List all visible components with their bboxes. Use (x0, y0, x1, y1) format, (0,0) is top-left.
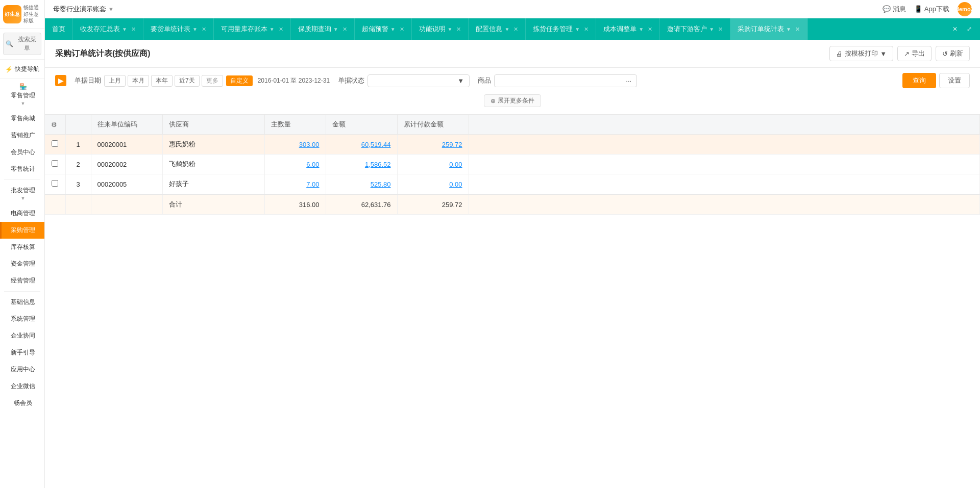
row-check-2[interactable] (45, 174, 65, 195)
row-amount-1[interactable]: 1,586.52 (326, 155, 397, 174)
footer-check-cell (45, 194, 65, 215)
row-qty-0[interactable]: 303.00 (264, 135, 326, 155)
sidebar-item-system-mgmt[interactable]: 系统管理 (0, 311, 44, 327)
date-shortcut-last-month[interactable]: 上月 (104, 75, 126, 87)
nav-tab-close-4[interactable]: ✕ (342, 26, 347, 33)
search-menu-button[interactable]: 🔍 搜索菜单 (3, 33, 41, 55)
sidebar: 好生意 畅捷通好生意 标版 🔍 搜索菜单 ⚡ 快捷导航 🏪 零售管理 ▼ 零售商… (0, 0, 45, 488)
date-shortcut-more[interactable]: 更多 (202, 75, 223, 87)
sidebar-item-retail-mall[interactable]: 零售商城 (0, 110, 44, 127)
row-extra-2 (469, 174, 980, 195)
row-qty-2[interactable]: 7.00 (264, 174, 326, 195)
user-avatar[interactable]: demo2 (958, 2, 972, 16)
nav-expand-button[interactable]: ⤢ (963, 23, 976, 35)
nav-tab-arrow-2: ▼ (192, 27, 198, 32)
nav-tab-close-10[interactable]: ✕ (718, 26, 723, 33)
row-paid-2[interactable]: 0.00 (397, 174, 469, 195)
print-button[interactable]: 🖨 按模板打印 ▼ (829, 46, 893, 61)
sidebar-item-retail-mgmt[interactable]: 🏪 零售管理 ▼ (0, 79, 44, 110)
date-range-text: 2016-01-01 至 2023-12-31 (258, 76, 330, 85)
sidebar-item-enterprise-wechat[interactable]: 企业微信 (0, 378, 44, 395)
nav-tab-home[interactable]: 首页 (45, 18, 73, 40)
nav-tab-close-1[interactable]: ✕ (131, 26, 136, 33)
table-row[interactable]: 2 00020002 飞鹤奶粉 6.00 1,586.52 0.00 (45, 155, 980, 174)
row-amount-0[interactable]: 60,519.44 (326, 135, 397, 155)
table-row[interactable]: 3 00020005 好孩子 7.00 525.80 0.00 (45, 174, 980, 195)
workspace-bar: 母婴行业演示账套 ▼ 💬 消息 📱 App下载 demo2 (45, 0, 980, 18)
export-button[interactable]: ↗ 导出 (897, 46, 932, 61)
row-supplier-2: 好孩子 (162, 174, 264, 195)
table-header-row: ⚙ 往来单位编码 供应商 主数量 金额 累计付款金额 (45, 115, 980, 135)
sidebar-item-retail-stats[interactable]: 零售统计 (0, 161, 44, 177)
sidebar-item-marketing[interactable]: 营销推广 (0, 127, 44, 144)
row-qty-1[interactable]: 6.00 (264, 155, 326, 174)
workspace-selector[interactable]: 母婴行业演示账套 ▼ (53, 5, 114, 14)
nav-tab-close-9[interactable]: ✕ (648, 26, 652, 33)
date-shortcut-this-month[interactable]: 本月 (128, 75, 149, 87)
sidebar-item-ops-mgmt[interactable]: 经营管理 (0, 272, 44, 289)
nav-tab-invite-downstream[interactable]: 邀请下游客户 ▼ ✕ (660, 18, 730, 40)
date-filter-label: 单据日期 (75, 76, 101, 85)
date-shortcut-7days[interactable]: 近7天 (175, 75, 200, 87)
query-button[interactable]: 查询 (902, 73, 936, 88)
sidebar-item-vip-member[interactable]: 畅会员 (0, 395, 44, 412)
gear-icon[interactable]: ⚙ (51, 121, 57, 129)
nav-tab-shelf-life[interactable]: 保质期查询 ▼ ✕ (291, 18, 355, 40)
sidebar-item-app-center[interactable]: 应用中心 (0, 361, 44, 378)
settings-button[interactable]: 设置 (939, 73, 970, 88)
date-custom-badge[interactable]: 自定义 (226, 75, 253, 86)
sidebar-search[interactable]: 🔍 搜索菜单 (0, 29, 44, 60)
nav-tab-available-stock[interactable]: 可用量库存账本 ▼ ✕ (214, 18, 291, 40)
nav-tab-close-2[interactable]: ✕ (202, 26, 206, 33)
sidebar-item-finance-mgmt[interactable]: 资金管理 (0, 255, 44, 272)
footer-qty-cell: 316.00 (264, 194, 326, 215)
row-check-1[interactable] (45, 155, 65, 174)
nav-tab-close-6[interactable]: ✕ (456, 26, 461, 33)
quick-nav-button[interactable]: ⚡ 快捷导航 (0, 62, 44, 76)
nav-close-button[interactable]: ✕ (948, 23, 962, 35)
row-paid-0[interactable]: 259.72 (397, 135, 469, 155)
nav-tab-close-3[interactable]: ✕ (279, 26, 283, 33)
sidebar-item-wholesale-mgmt[interactable]: 批发管理 ▼ (0, 182, 44, 205)
refresh-button[interactable]: ↺ 刷新 (936, 46, 970, 61)
date-shortcut-this-year[interactable]: 本年 (151, 75, 173, 87)
nav-tab-function-desc[interactable]: 功能说明 ▼ ✕ (412, 18, 469, 40)
nav-tab-overstock-warning[interactable]: 超储预警 ▼ ✕ (355, 18, 412, 40)
status-select[interactable]: ▼ (368, 74, 470, 87)
sidebar-item-purchase-mgmt[interactable]: 采购管理 (0, 222, 44, 239)
nav-tab-arrow-11: ▼ (786, 27, 791, 32)
sidebar-item-member-center[interactable]: 会员中心 (0, 144, 44, 161)
nav-tab-cost-adjust[interactable]: 成本调整单 ▼ ✕ (596, 18, 660, 40)
row-amount-2[interactable]: 525.80 (326, 174, 397, 195)
sidebar-item-newbie-guide[interactable]: 新手引导 (0, 344, 44, 361)
goods-select[interactable]: ··· (494, 74, 637, 87)
filter-toggle-arrow[interactable]: ▶ (55, 75, 66, 86)
nav-tab-close-5[interactable]: ✕ (400, 26, 404, 33)
row-supplier-1: 飞鹤奶粉 (162, 155, 264, 174)
nav-tab-purchase-summary[interactable]: 采购订单统计表 ▼ ✕ (730, 18, 807, 40)
table-row[interactable]: 1 00020001 惠氏奶粉 303.00 60,519.44 259.72 (45, 135, 980, 155)
sidebar-item-enterprise-coop[interactable]: 企业协同 (0, 327, 44, 344)
row-no-2: 3 (65, 174, 91, 195)
nav-tab-close-7[interactable]: ✕ (513, 26, 518, 33)
search-icon: 🔍 (6, 40, 13, 47)
message-action[interactable]: 💬 消息 (883, 5, 906, 14)
nav-tab-config-info[interactable]: 配置信息 ▼ ✕ (469, 18, 526, 40)
row-paid-1[interactable]: 0.00 (397, 155, 469, 174)
expand-more-conditions-button[interactable]: ⊕ 展开更多条件 (484, 94, 541, 107)
nav-tab-order-summary[interactable]: 要货单统计表 ▼ ✕ (143, 18, 214, 40)
sidebar-item-ecommerce-mgmt[interactable]: 电商管理 (0, 205, 44, 222)
col-header-check: ⚙ (45, 115, 65, 135)
sidebar-item-inventory-check[interactable]: 库存核算 (0, 239, 44, 255)
nav-tab-arrow-8: ▼ (575, 27, 580, 32)
nav-tab-close-11[interactable]: ✕ (795, 26, 800, 33)
row-extra-0 (469, 135, 980, 155)
nav-tab-collect-pay[interactable]: 收发存汇总表 ▼ ✕ (73, 18, 143, 40)
row-check-0[interactable] (45, 135, 65, 155)
status-filter-group: 单据状态 ▼ (338, 74, 470, 87)
nav-tab-pick-task[interactable]: 拣货任务管理 ▼ ✕ (526, 18, 596, 40)
nav-tab-close-8[interactable]: ✕ (584, 26, 589, 33)
sidebar-item-basic-info[interactable]: 基础信息 (0, 294, 44, 311)
app-download-action[interactable]: 📱 App下载 (914, 5, 949, 14)
export-icon: ↗ (904, 50, 910, 58)
